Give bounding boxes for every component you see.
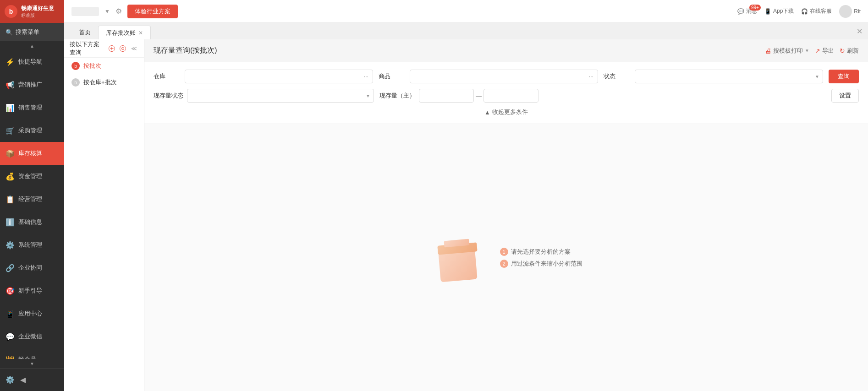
print-icon: 🖨: [765, 47, 771, 54]
left-panel-item-by-warehouse-batch[interactable]: b 按仓库+批次: [64, 74, 144, 91]
sidebar-item-enterprise[interactable]: 🔗 企业协同: [0, 256, 64, 279]
inventory-status-select-wrapper: ▼: [187, 89, 374, 103]
status-select[interactable]: 启用 禁用: [635, 70, 823, 83]
export-button[interactable]: ↗ 导出: [815, 47, 834, 55]
sidebar-item-quick-nav[interactable]: ⚡ 快捷导航: [0, 50, 64, 73]
sidebar-item-newbie[interactable]: 🎯 新手引导: [0, 279, 64, 302]
settings-button[interactable]: 设置: [831, 89, 859, 103]
sidebar-item-label: 采购管理: [18, 126, 42, 135]
sidebar-item-label: 营销推广: [18, 81, 42, 89]
inventory-icon: 📦: [5, 149, 15, 158]
filter-area: 仓库 ··· 商品 ··· 状态: [144, 62, 868, 124]
filter-row-1: 仓库 ··· 商品 ··· 状态: [154, 70, 859, 83]
goods-input[interactable]: [410, 70, 598, 83]
left-panel: 按以下方案查询: [64, 39, 144, 391]
settings-footer-icon[interactable]: ⚙️: [5, 375, 15, 384]
filter-row-2: 现存量状态 ▼ 现存量（主） —: [154, 89, 859, 103]
warehouse-more-button[interactable]: ···: [359, 70, 373, 83]
sidebar-item-label: 应用中心: [18, 310, 42, 318]
page-title: 现存量查询(按批次): [154, 46, 765, 55]
app-center-icon: 📱: [5, 309, 15, 318]
topbar: ▼ ⚙ 体验行业方案 💬 消息 99+ 📱 App下载 🎧 在线客服 Rit: [64, 0, 868, 23]
sidebar-item-app-center[interactable]: 📱 应用中心: [0, 302, 64, 325]
sidebar-search[interactable]: 🔍 搜索菜单: [0, 23, 64, 41]
sidebar-item-label: 库存核算: [18, 149, 42, 157]
by-batch-icon: b: [71, 62, 80, 70]
by-batch-label: 按批次: [83, 62, 101, 70]
sidebar-item-label: 企业微信: [18, 332, 42, 341]
user-avatar-area[interactable]: Rit: [839, 5, 861, 18]
sidebar-header: b 畅康通好生意 标准版: [0, 0, 64, 23]
empty-text: 1 请先选择要分析的方案 2 用过滤条件来缩小分析范围: [500, 248, 582, 268]
sidebar-item-finance[interactable]: 💰 资金管理: [0, 165, 64, 188]
sidebar-item-label: 基础信息: [18, 218, 42, 226]
page-header: 现存量查询(按批次) 🖨 按模板打印 ▼ ↗ 导出 ↻ 刷新: [144, 39, 868, 62]
sidebar-scroll-down[interactable]: ▼: [0, 359, 64, 368]
collapse-left-panel-icon[interactable]: ≪: [129, 44, 138, 53]
settings-plan-button[interactable]: [118, 44, 127, 53]
tab-bar-close-icon[interactable]: ✕: [857, 27, 863, 36]
content-area: 按以下方案查询: [64, 39, 868, 391]
sidebar-subtitle: 标准版: [21, 12, 54, 19]
left-panel-header: 按以下方案查询: [64, 39, 144, 58]
online-service-button[interactable]: 🎧 在线客服: [801, 7, 832, 15]
topbar-dropdown-icon[interactable]: ▼: [104, 8, 110, 15]
enterprise-icon: 🔗: [5, 263, 15, 272]
user-avatar: [839, 5, 852, 18]
newbie-icon: 🎯: [5, 286, 15, 295]
collapse-sidebar-icon[interactable]: ◀: [20, 375, 26, 384]
inventory-status-select[interactable]: [187, 89, 374, 103]
tab-inventory-batch[interactable]: 库存批次账 ✕: [98, 26, 151, 39]
sidebar: b 畅康通好生意 标准版 🔍 搜索菜单 ▲ ⚡ 快捷导航 📢 营销推广 📊 销售…: [0, 0, 64, 391]
tab-close-icon[interactable]: ✕: [138, 30, 143, 36]
collapse-filters-button[interactable]: ▲ 收起更多条件: [154, 108, 859, 116]
topbar-right: 💬 消息 99+ 📱 App下载 🎧 在线客服 Rit: [737, 5, 861, 18]
sidebar-item-members[interactable]: 👑 畅会员: [0, 348, 64, 359]
query-button[interactable]: 查询: [829, 70, 859, 83]
topbar-gear-icon[interactable]: ⚙: [115, 7, 122, 16]
empty-step-1: 1 请先选择要分析的方案: [500, 248, 582, 256]
sales-icon: 📊: [5, 103, 15, 112]
basic-info-icon: ℹ️: [5, 217, 15, 227]
sidebar-item-operations[interactable]: 📋 经营管理: [0, 188, 64, 211]
warehouse-input-wrapper: ···: [185, 70, 373, 83]
refresh-button[interactable]: ↻ 刷新: [840, 47, 859, 55]
tabbar: 首页 库存批次账 ✕ ✕: [64, 23, 868, 39]
messages-button[interactable]: 💬 消息 99+: [737, 7, 757, 15]
app-download-label: App下载: [773, 7, 794, 15]
sidebar-item-label: 销售管理: [18, 103, 42, 112]
sidebar-item-label: 畅会员: [18, 355, 36, 359]
collapse-label: 收起更多条件: [492, 108, 528, 116]
add-plan-button[interactable]: [107, 44, 116, 53]
refresh-icon: ↻: [840, 47, 845, 54]
chevron-up-icon: ▲: [484, 109, 490, 116]
sidebar-item-label: 企业协同: [18, 264, 42, 272]
sidebar-item-enterprise-wechat[interactable]: 💬 企业微信: [0, 325, 64, 348]
sidebar-item-inventory[interactable]: 📦 库存核算: [0, 142, 64, 165]
left-panel-item-by-batch[interactable]: b 按批次: [64, 58, 144, 74]
sidebar-item-purchase[interactable]: 🛒 采购管理: [0, 119, 64, 142]
experience-industry-button[interactable]: 体验行业方案: [127, 5, 178, 18]
inventory-qty-max-input[interactable]: [483, 89, 538, 103]
app-download-button[interactable]: 📱 App下载: [764, 7, 794, 15]
status-label: 状态: [604, 72, 631, 81]
by-warehouse-batch-icon: b: [71, 78, 80, 87]
sidebar-item-label: 快捷导航: [18, 58, 42, 66]
sidebar-scroll-up[interactable]: ▲: [0, 41, 64, 50]
tab-home[interactable]: 首页: [71, 26, 98, 39]
sidebar-item-sales[interactable]: 📊 销售管理: [0, 96, 64, 119]
quick-nav-icon: ⚡: [5, 57, 15, 66]
inventory-qty-min-input[interactable]: [419, 89, 474, 103]
search-icon: 🔍: [5, 29, 13, 36]
warehouse-input[interactable]: [185, 70, 373, 83]
sidebar-item-marketing[interactable]: 📢 营销推广: [0, 73, 64, 96]
print-button[interactable]: 🖨 按模板打印 ▼: [765, 47, 809, 55]
inventory-qty-label: 现存量（主）: [379, 92, 415, 100]
svg-point-4: [122, 47, 124, 49]
topbar-nav-input[interactable]: [71, 7, 99, 16]
marketing-icon: 📢: [5, 80, 15, 89]
sidebar-item-basic-info[interactable]: ℹ️ 基础信息: [0, 211, 64, 234]
goods-more-button[interactable]: ···: [584, 70, 598, 83]
sidebar-item-system[interactable]: ⚙️ 系统管理: [0, 234, 64, 256]
export-icon: ↗: [815, 47, 820, 54]
